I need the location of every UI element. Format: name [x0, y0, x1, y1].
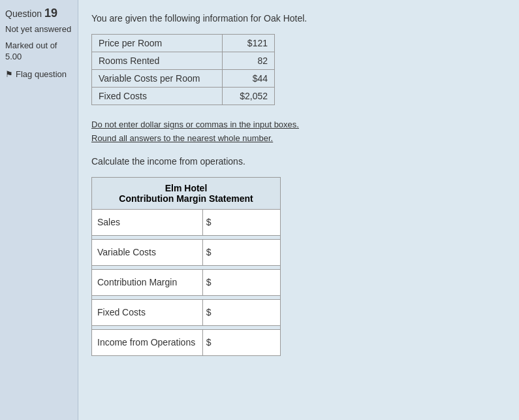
cms-input-cell[interactable]	[215, 209, 281, 235]
cms-dollar-sign: $	[203, 329, 215, 355]
info-label: Fixed Costs	[92, 88, 223, 105]
cms-title: Elm Hotel Contribution Margin Statement	[92, 177, 281, 209]
not-answered-status: Not yet answered	[5, 24, 72, 35]
info-value: $44	[223, 70, 275, 88]
info-row: Variable Costs per Room $44	[92, 70, 275, 88]
cms-data-row: Variable Costs $	[92, 239, 281, 265]
flag-label: Flag question	[16, 69, 67, 79]
cms-title-line2: Contribution Margin Statement	[119, 193, 253, 204]
info-label: Price per Room	[92, 35, 223, 52]
cms-dollar-sign: $	[203, 209, 215, 235]
cms-input-cell[interactable]	[215, 329, 281, 355]
info-label: Variable Costs per Room	[92, 70, 223, 88]
cms-dollar-sign: $	[203, 299, 215, 325]
instruction-1: Do not enter dollar signs or commas in t…	[91, 118, 506, 132]
cms-row-label: Contribution Margin	[92, 269, 203, 295]
cms-input-cell[interactable]	[215, 299, 281, 325]
cms-header-row: Elm Hotel Contribution Margin Statement	[92, 177, 281, 209]
question-label: Question 19	[5, 7, 72, 20]
instructions: Do not enter dollar signs or commas in t…	[91, 118, 506, 146]
cms-row-label: Variable Costs	[92, 239, 203, 265]
cms-table: Elm Hotel Contribution Margin Statement …	[91, 177, 281, 356]
cms-input[interactable]	[215, 210, 281, 235]
intro-text: You are given the following information …	[91, 13, 506, 24]
cms-input[interactable]	[215, 330, 281, 355]
cms-row-label: Sales	[92, 209, 203, 235]
given-info-table: Price per Room $121 Rooms Rented 82 Vari…	[91, 34, 275, 105]
cms-data-row: Fixed Costs $	[92, 299, 281, 325]
flag-question-button[interactable]: ⚑ Flag question	[5, 69, 72, 79]
info-row: Fixed Costs $2,052	[92, 88, 275, 105]
info-value: 82	[223, 52, 275, 70]
info-value: $121	[223, 35, 275, 52]
info-row: Price per Room $121	[92, 35, 275, 52]
info-label: Rooms Rented	[92, 52, 223, 70]
cms-input-cell[interactable]	[215, 269, 281, 295]
cms-input[interactable]	[215, 300, 281, 325]
cms-data-row: Income from Operations $	[92, 329, 281, 355]
sidebar: Question 19 Not yet answered Marked out …	[0, 0, 78, 420]
calculate-text: Calculate the income from operations.	[91, 156, 506, 167]
cms-title-line1: Elm Hotel	[165, 183, 208, 193]
cms-row-label: Fixed Costs	[92, 299, 203, 325]
cms-input[interactable]	[215, 270, 281, 295]
cms-data-row: Sales $	[92, 209, 281, 235]
info-row: Rooms Rented 82	[92, 52, 275, 70]
cms-dollar-sign: $	[203, 269, 215, 295]
flag-icon: ⚑	[5, 69, 13, 79]
cms-dollar-sign: $	[203, 239, 215, 265]
cms-input-cell[interactable]	[215, 239, 281, 265]
cms-data-row: Contribution Margin $	[92, 269, 281, 295]
info-value: $2,052	[223, 88, 275, 105]
cms-row-label: Income from Operations	[92, 329, 203, 355]
cms-input[interactable]	[215, 240, 281, 265]
question-text: Question	[5, 8, 42, 19]
instruction-2: Round all answers to the nearest whole n…	[91, 132, 506, 146]
question-number: 19	[44, 7, 57, 20]
marked-out-label: Marked out of 5.00	[5, 40, 72, 63]
main-content: You are given the following information …	[78, 0, 519, 420]
